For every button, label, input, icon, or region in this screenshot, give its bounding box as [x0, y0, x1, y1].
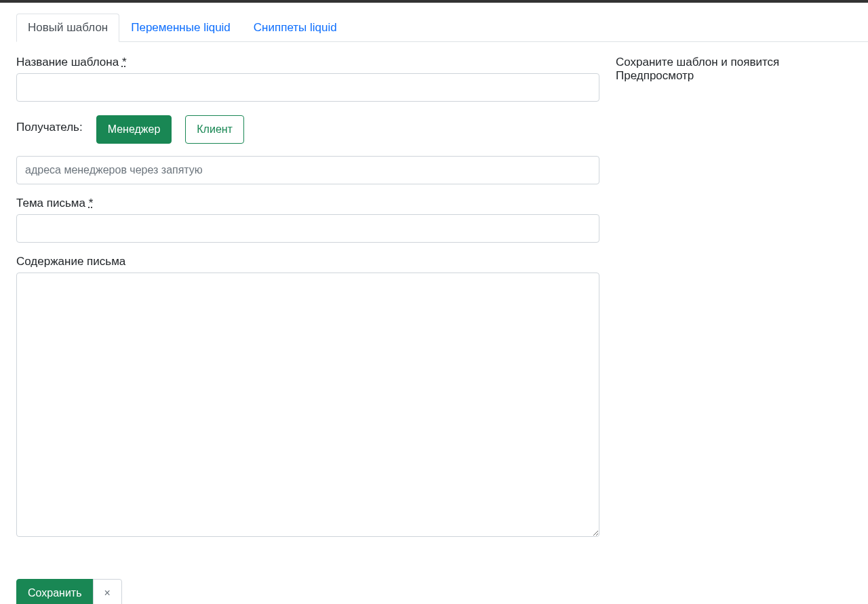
- tab-liquid-variables[interactable]: Переменные liquid: [119, 14, 242, 42]
- subject-label-text: Тема письма: [16, 197, 89, 209]
- save-button[interactable]: Сохранить: [16, 579, 94, 604]
- content: Название шаблона * Получатель: Менеджер …: [0, 42, 868, 604]
- body-group: Содержание письма: [16, 255, 599, 540]
- recipient-manager-button[interactable]: Менеджер: [96, 115, 172, 144]
- body-textarea[interactable]: [16, 273, 599, 537]
- recipient-label: Получатель:: [16, 121, 83, 134]
- subject-input[interactable]: [16, 214, 599, 243]
- required-mark: *: [89, 197, 94, 209]
- recipient-row: Получатель: Менеджер Клиент: [16, 115, 599, 144]
- subject-label: Тема письма *: [16, 197, 93, 210]
- body-label: Содержание письма: [16, 255, 125, 268]
- tab-liquid-snippets[interactable]: Сниппеты liquid: [242, 14, 349, 42]
- top-bar: [0, 0, 868, 3]
- tabs: Новый шаблон Переменные liquid Сниппеты …: [16, 14, 868, 42]
- template-name-label: Название шаблона *: [16, 56, 127, 69]
- cancel-button[interactable]: ×: [93, 579, 122, 604]
- template-name-input[interactable]: [16, 73, 599, 102]
- template-name-group: Название шаблона *: [16, 56, 599, 102]
- addresses-input[interactable]: [16, 156, 599, 184]
- recipient-client-button[interactable]: Клиент: [185, 115, 244, 144]
- template-name-label-text: Название шаблона: [16, 56, 122, 68]
- preview-column: Сохраните шаблон и появится Предпросмотр: [616, 56, 852, 604]
- form-column: Название шаблона * Получатель: Менеджер …: [16, 56, 599, 604]
- subject-group: Тема письма *: [16, 197, 599, 243]
- required-mark: *: [122, 56, 127, 68]
- form-actions: Сохранить ×: [16, 579, 122, 604]
- close-icon: ×: [104, 587, 111, 599]
- tab-new-template[interactable]: Новый шаблон: [16, 14, 119, 42]
- preview-message: Сохраните шаблон и появится Предпросмотр: [616, 56, 852, 83]
- addresses-group: [16, 156, 599, 184]
